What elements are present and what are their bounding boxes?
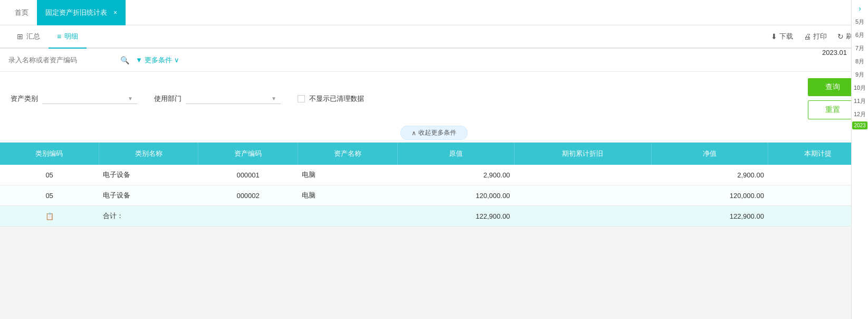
tab-detail[interactable]: ≡ 明细: [49, 25, 87, 49]
print-label: 打印: [813, 32, 827, 41]
total-net-value: 122,900.00: [651, 206, 768, 227]
cell-asset-code: 000001: [198, 165, 298, 185]
asset-category-label: 资产类别: [11, 94, 38, 104]
print-button[interactable]: 🖨 打印: [804, 32, 827, 41]
total-label: 合计：: [99, 206, 397, 227]
cell-accumulated-depreciation: [514, 185, 652, 206]
sidebar-month-11[interactable]: 11月: [853, 95, 867, 107]
print-icon: 🖨: [804, 32, 811, 41]
sidebar-month-10[interactable]: 10月: [853, 82, 867, 94]
search-bar: 🔍 ▼ 更多条件 ∨: [0, 49, 868, 72]
col-net-value: 净值: [651, 143, 768, 165]
col-asset-code: 资产编码: [198, 143, 298, 165]
sidebar-month-8[interactable]: 8月: [854, 55, 865, 68]
cell-net-value: 120,000.00: [651, 185, 768, 206]
col-category-code: 类别编码: [0, 143, 99, 165]
tab-summary[interactable]: ⊞ 汇总: [8, 25, 49, 49]
sidebar-month-7[interactable]: 7月: [854, 42, 865, 54]
table-wrap: 类别编码 类别名称 资产编码 资产名称 原值 期初累计折旧 净值 本期计提 05…: [0, 143, 868, 227]
cell-category-name: 电子设备: [99, 165, 198, 185]
filter-more-label: 更多条件: [145, 55, 172, 65]
reset-button[interactable]: 重置: [808, 100, 857, 119]
sub-tabs: ⊞ 汇总 ≡ 明细 ⬇ 下载 🖨 打印 ↻ 刷新: [0, 25, 868, 49]
total-original-value: 122,900.00: [397, 206, 514, 227]
asset-category-filter: 资产类别 ▼: [11, 93, 137, 104]
cell-category-name: 电子设备: [99, 185, 198, 206]
collapse-chevron-icon: ∧: [412, 129, 416, 137]
col-category-name: 类别名称: [99, 143, 198, 165]
collapse-label: 收起更多条件: [418, 128, 456, 137]
filter-icon: ▼: [136, 56, 142, 64]
top-nav: 首页 固定资产折旧统计表 × ×: [0, 0, 868, 25]
asset-category-select[interactable]: ▼: [42, 93, 137, 104]
filter-more-button[interactable]: ▼ 更多条件 ∨: [136, 55, 179, 65]
collapse-button-area: ∧ 收起更多条件: [11, 126, 857, 140]
hide-cleared-filter[interactable]: 不显示已清理数据: [298, 94, 364, 104]
cell-asset-name: 电脑: [298, 165, 397, 185]
col-accumulated-depreciation: 期初累计折旧: [514, 143, 652, 165]
sidebar-expand-icon[interactable]: ›: [859, 4, 861, 13]
content-area: ⊞ 汇总 ≡ 明细 ⬇ 下载 🖨 打印 ↻ 刷新: [0, 25, 868, 319]
cell-original-value: 120,000.00: [397, 185, 514, 206]
sidebar-month-6[interactable]: 6月: [854, 29, 865, 41]
department-label: 使用部门: [154, 94, 182, 104]
table-header-row: 类别编码 类别名称 资产编码 资产名称 原值 期初累计折旧 净值 本期计提: [0, 143, 868, 165]
sidebar-year[interactable]: 2023: [852, 121, 867, 129]
cell-net-value: 2,900.00: [651, 165, 768, 185]
detail-icon: ≡: [57, 32, 61, 41]
department-select[interactable]: ▼: [186, 93, 281, 104]
tab-summary-label: 汇总: [26, 32, 40, 41]
nav-home[interactable]: 首页: [6, 8, 37, 17]
sidebar-month-9[interactable]: 9月: [854, 69, 865, 81]
cell-accumulated-depreciation: [514, 165, 652, 185]
nav-tab[interactable]: 固定资产折旧统计表 ×: [37, 0, 126, 25]
main-content: ⊞ 汇总 ≡ 明细 ⬇ 下载 🖨 打印 ↻ 刷新: [0, 25, 868, 319]
search-input[interactable]: [8, 56, 114, 64]
department-chevron-icon: ▼: [271, 96, 276, 101]
download-button[interactable]: ⬇ 下载: [771, 32, 793, 41]
download-icon: ⬇: [771, 32, 777, 41]
refresh-icon: ↻: [837, 32, 844, 41]
table-row[interactable]: 05 电子设备 000001 电脑 2,900.00 2,900.00: [0, 165, 868, 185]
total-icon: 📋: [45, 212, 54, 220]
asset-category-chevron-icon: ▼: [128, 96, 133, 101]
col-asset-name: 资产名称: [298, 143, 397, 165]
sidebar-month-5[interactable]: 5月: [854, 16, 865, 28]
total-icon-cell: 📋: [0, 206, 99, 227]
hide-cleared-label: 不显示已清理数据: [309, 94, 364, 104]
filter-row: 资产类别 ▼ 使用部门 ▼ 不显示已清理数: [11, 78, 857, 119]
table-row[interactable]: 05 电子设备 000002 电脑 120,000.00 120,000.00: [0, 185, 868, 206]
date-indicator: 2023.01: [822, 49, 847, 57]
query-button[interactable]: 查询: [808, 78, 857, 96]
search-icon: 🔍: [120, 56, 129, 64]
collapse-button[interactable]: ∧ 收起更多条件: [400, 126, 468, 140]
data-table: 类别编码 类别名称 资产编码 资产名称 原值 期初累计折旧 净值 本期计提 05…: [0, 143, 868, 227]
total-accumulated-depreciation: [514, 206, 652, 227]
hide-cleared-checkbox[interactable]: [298, 95, 305, 102]
cell-asset-name: 电脑: [298, 185, 397, 206]
tab-detail-label: 明细: [64, 32, 78, 41]
cell-category-code: 05: [0, 165, 99, 185]
nav-tab-label: 固定资产折旧统计表: [45, 8, 107, 17]
cell-asset-code: 000002: [198, 185, 298, 206]
filter-chevron-icon: ∨: [174, 56, 179, 64]
download-label: 下载: [779, 32, 793, 41]
total-row: 📋 合计： 122,900.00 122,900.00: [0, 206, 868, 227]
col-original-value: 原值: [397, 143, 514, 165]
department-filter: 使用部门 ▼: [154, 93, 281, 104]
cell-original-value: 2,900.00: [397, 165, 514, 185]
right-sidebar: › 5月 6月 7月 8月 9月 10月 11月 12月 2023: [851, 0, 868, 319]
summary-icon: ⊞: [17, 32, 23, 41]
nav-tab-close[interactable]: ×: [113, 9, 117, 16]
cell-category-code: 05: [0, 185, 99, 206]
sidebar-month-12[interactable]: 12月: [853, 108, 867, 120]
